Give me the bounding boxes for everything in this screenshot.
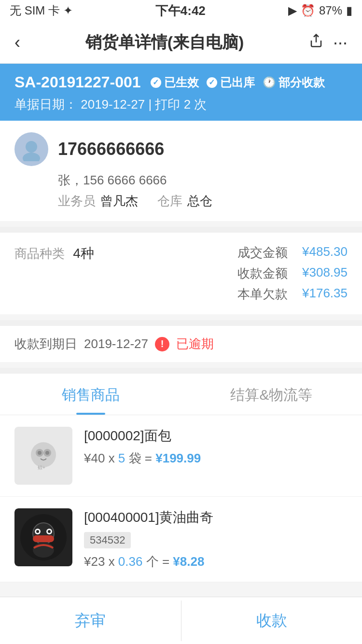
- product-item: [000400001]黄油曲奇 534532 ¥23 x 0.36 个 = ¥8…: [0, 497, 362, 582]
- deal-amount-row: 成交金额 ¥485.30: [237, 244, 348, 261]
- status-time: 下午4:42: [155, 2, 206, 19]
- avatar: [14, 132, 48, 166]
- battery-level: 87%: [319, 4, 342, 17]
- product-name-cookies: [000400001]黄油曲奇: [84, 508, 348, 527]
- amounts-info: 成交金额 ¥485.30 收款金额 ¥308.95 本单欠款 ¥176.35: [237, 244, 348, 303]
- location-icon: ▶: [288, 4, 297, 17]
- page-title: 销货单详情(来自电脑): [85, 31, 244, 54]
- customer-contact: 张，156 6666 6666: [14, 172, 348, 189]
- svg-point-3: [31, 442, 56, 467]
- battery-icon: ▮: [346, 4, 352, 17]
- divider-2: [0, 320, 362, 326]
- warehouse-info: 仓库 总仓: [157, 193, 212, 210]
- due-date-value: 2019-12-27: [84, 336, 148, 351]
- product-price-bread: ¥40 x 5 袋 = ¥199.99: [84, 450, 348, 467]
- warehouse-value: 总仓: [187, 193, 212, 210]
- customer-meta: 业务员 曾凡杰 仓库 总仓: [14, 193, 348, 210]
- status-right: ▶ ⏰ 87% ▮: [288, 4, 352, 17]
- share-icon[interactable]: [309, 33, 323, 51]
- debt-amount-value: ¥176.35: [302, 286, 348, 303]
- status-left: 无 SIM 卡 ✦: [10, 3, 73, 18]
- salesperson-value: 曾凡杰: [100, 193, 138, 210]
- status-badges: ✓ 已生效 ✓ 已出库 🕐 部分收款: [151, 75, 325, 90]
- svg-point-7: [45, 451, 49, 455]
- tabs-section: 销售商品 结算&物流等: [0, 374, 362, 415]
- deal-amount-label: 成交金额: [237, 244, 288, 261]
- product-qty-cookies: 0.36: [118, 554, 143, 569]
- svg-rect-11: [33, 535, 54, 542]
- overdue-label: 已逾期: [176, 336, 214, 352]
- summary-section: 商品种类 4种 成交金额 ¥485.30 收款金额 ¥308.95 本单欠款 ¥…: [0, 233, 362, 314]
- warehouse-label: 仓库: [157, 193, 182, 210]
- order-id: SA-20191227-001: [14, 73, 141, 91]
- category-info: 商品种类 4种: [14, 244, 94, 263]
- deal-amount-value: ¥485.30: [302, 244, 348, 261]
- tab-settlement-logistics[interactable]: 结算&物流等: [181, 374, 362, 415]
- product-item: 鲸+ [0000002]面包 ¥40 x 5 袋 = ¥199.99: [0, 415, 362, 497]
- svg-point-1: [26, 141, 37, 153]
- back-button[interactable]: ‹: [14, 32, 20, 53]
- product-price-cookies: ¥23 x 0.36 个 = ¥8.28: [84, 553, 348, 570]
- more-icon[interactable]: ···: [333, 32, 348, 53]
- product-placeholder-bread: 鲸+: [14, 427, 72, 485]
- badge-effective: ✓ 已生效: [151, 75, 199, 90]
- alarm-icon: ⏰: [301, 4, 315, 17]
- overdue-icon: !: [155, 337, 169, 351]
- product-image-bread: 鲸+: [14, 427, 72, 485]
- status-bar: 无 SIM 卡 ✦ 下午4:42 ▶ ⏰ 87% ▮: [0, 0, 362, 21]
- product-total-bread: ¥199.99: [155, 451, 201, 465]
- product-details-bread: [0000002]面包 ¥40 x 5 袋 = ¥199.99: [84, 427, 348, 467]
- badge-partial-payment: 🕐 部分收款: [263, 75, 325, 90]
- divider-3: [0, 368, 362, 374]
- bottom-actions: 弃审 收款: [0, 597, 362, 644]
- product-total-cookies: ¥8.28: [173, 554, 204, 569]
- product-tag-cookies: 534532: [84, 532, 131, 548]
- svg-point-6: [38, 451, 42, 455]
- product-name-bread: [0000002]面包: [84, 427, 348, 445]
- debt-amount-label: 本单欠款: [237, 286, 288, 303]
- product-details-cookies: [000400001]黄油曲奇 534532 ¥23 x 0.36 个 = ¥8…: [84, 508, 348, 570]
- abandon-review-button[interactable]: 弃审: [0, 601, 181, 641]
- received-amount-row: 收款金额 ¥308.95: [237, 265, 348, 282]
- salesperson-label: 业务员: [58, 193, 96, 210]
- customer-top: 17666666666: [14, 132, 348, 166]
- customer-section: 17666666666 张，156 6666 6666 业务员 曾凡杰 仓库 总…: [0, 121, 362, 221]
- svg-point-14: [36, 530, 39, 533]
- category-count: 4种: [73, 246, 94, 261]
- customer-name: 17666666666: [58, 139, 164, 159]
- divider-1: [0, 227, 362, 233]
- svg-text:鲸+: 鲸+: [38, 465, 45, 470]
- collect-payment-button[interactable]: 收款: [181, 601, 362, 641]
- nav-left: ‹: [14, 32, 20, 53]
- received-amount-label: 收款金额: [237, 265, 288, 282]
- sim-status: 无 SIM 卡 ✦: [10, 3, 73, 18]
- svg-point-2: [23, 153, 40, 161]
- debt-amount-row: 本单欠款 ¥176.35: [237, 286, 348, 303]
- product-image-cookies: [14, 508, 72, 566]
- order-header-banner: SA-20191227-001 ✓ 已生效 ✓ 已出库 🕐 部分收款 单据日期：…: [0, 64, 362, 121]
- due-date-label: 收款到期日: [14, 336, 77, 352]
- received-amount-value: ¥308.95: [302, 265, 348, 282]
- product-qty-bread: 5: [118, 451, 125, 465]
- clock-icon: 🕐: [263, 76, 276, 89]
- category-label: 商品种类: [14, 246, 65, 261]
- products-list: 鲸+ [0000002]面包 ¥40 x 5 袋 = ¥199.99: [0, 415, 362, 582]
- due-date-section: 收款到期日 2019-12-27 ! 已逾期: [0, 326, 362, 362]
- check-icon-1: ✓: [151, 77, 161, 88]
- tab-sales-products[interactable]: 销售商品: [0, 374, 181, 415]
- order-date: 单据日期： 2019-12-27 | 打印 2 次: [14, 96, 348, 113]
- nav-bar: ‹ 销货单详情(来自电脑) ···: [0, 21, 362, 64]
- salesperson-info: 业务员 曾凡杰: [58, 193, 138, 210]
- svg-point-15: [48, 530, 51, 533]
- badge-shipped: ✓ 已出库: [207, 75, 255, 90]
- nav-right: ···: [309, 32, 348, 53]
- check-icon-2: ✓: [207, 77, 217, 88]
